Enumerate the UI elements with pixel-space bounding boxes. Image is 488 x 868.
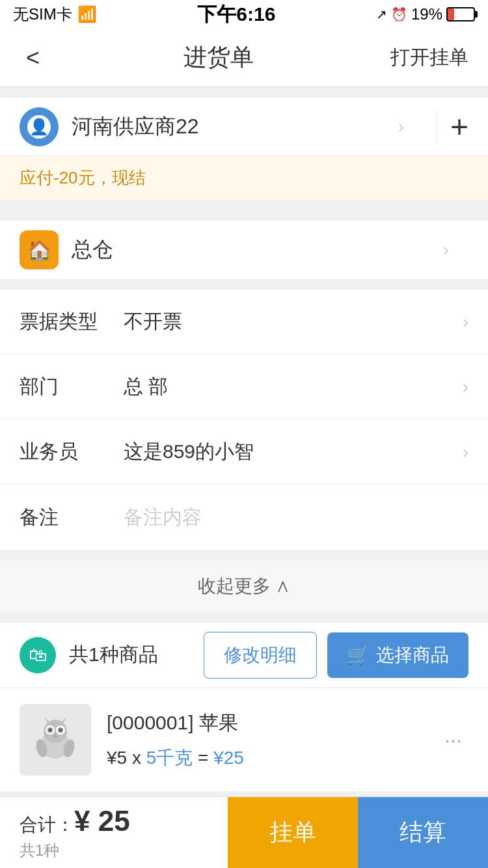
department-chevron: › (463, 377, 468, 398)
battery-text: 19% (411, 5, 442, 23)
salesperson-label: 业务员 (20, 439, 111, 465)
supplier-section: 👤 河南供应商22 › + (0, 98, 488, 156)
department-value: 总 部 (111, 373, 463, 400)
hang-button[interactable]: 挂单 (228, 797, 358, 869)
warehouse-icon: 🏠 (20, 230, 59, 269)
carrier-text: 无SIM卡 (13, 4, 72, 25)
remark-label: 备注 (20, 504, 111, 531)
salesperson-chevron: › (463, 442, 468, 463)
open-pending-button[interactable]: 打开挂单 (390, 44, 468, 71)
warehouse-chevron: › (443, 239, 449, 260)
salesperson-row[interactable]: 业务员 这是859的小智 › (0, 420, 488, 485)
svg-marker-10 (60, 717, 66, 724)
svg-marker-9 (44, 717, 51, 724)
collapse-button[interactable]: 收起更多 ∧ (0, 560, 488, 612)
salesperson-value: 这是859的小智 (111, 439, 463, 465)
shopping-bag-icon: 🛍 (29, 644, 47, 666)
product-info: [0000001] 苹果 ¥5 x 5千克 = ¥25 (107, 710, 438, 770)
product-id: [0000001] (107, 712, 199, 733)
invoice-type-row[interactable]: 票据类型 不开票 › (0, 290, 488, 355)
equals-sign: = (198, 748, 213, 768)
total-amount: ¥ 25 (74, 805, 130, 837)
warehouse-section[interactable]: 🏠 总仓 › (0, 221, 488, 279)
warehouse-name: 总仓 (72, 236, 443, 264)
product-count-icon: 🛍 (20, 637, 56, 673)
checkout-label: 结算 (400, 817, 446, 848)
product-more-button[interactable]: ··· (438, 722, 468, 759)
product-title: 苹果 (199, 712, 238, 733)
form-section: 票据类型 不开票 › 部门 总 部 › 业务员 这是859的小智 › 备注 备注… (0, 290, 488, 550)
page-title: 进货单 (183, 42, 254, 74)
supplier-avatar: 👤 (20, 107, 59, 146)
nav-bar: < 进货单 打开挂单 (0, 29, 488, 87)
person-icon: 👤 (29, 118, 49, 136)
divider-2 (0, 200, 488, 210)
edit-detail-button[interactable]: 修改明细 (204, 632, 317, 679)
remark-row[interactable]: 备注 备注内容 (0, 485, 488, 550)
total-section: 合计： ¥ 25 共1种 (0, 805, 228, 861)
location-icon: ↗ (376, 7, 387, 22)
total-count: 共1种 (20, 840, 208, 861)
invoice-type-label: 票据类型 (20, 308, 111, 335)
wifi-icon: 📶 (77, 5, 97, 23)
supplier-chevron: › (398, 116, 404, 137)
product-item: [0000001] 苹果 ¥5 x 5千克 = ¥25 ··· (0, 688, 488, 791)
total-price: ¥25 (213, 748, 244, 768)
product-count-label: 共1种商品 (69, 642, 204, 668)
invoice-type-value: 不开票 (111, 308, 463, 335)
status-carrier: 无SIM卡 📶 (13, 4, 97, 25)
owl-logo-svg (33, 717, 78, 763)
divider-vertical (437, 111, 437, 143)
notice-text: 应付-20元，现结 (20, 168, 146, 187)
invoice-type-chevron: › (463, 312, 468, 332)
quantity-value: 5千克 (146, 748, 193, 768)
department-label: 部门 (20, 373, 111, 400)
checkout-button[interactable]: 结算 (358, 797, 488, 869)
svg-point-7 (59, 729, 62, 731)
back-button[interactable]: < (20, 38, 46, 78)
select-product-label: 选择商品 (376, 643, 449, 668)
divider-1 (0, 87, 488, 98)
cart-icon: 🛒 (347, 644, 370, 666)
unit-price: ¥5 x (107, 748, 146, 768)
alarm-icon: ⏰ (391, 7, 407, 22)
bottom-bar: 合计： ¥ 25 共1种 挂单 结算 (0, 796, 488, 868)
product-thumbnail (20, 704, 91, 776)
total-label: 合计： (20, 813, 74, 837)
status-time: 下午6:16 (197, 1, 275, 28)
status-right: ↗ ⏰ 19% (376, 5, 475, 23)
product-header: 🛍 共1种商品 修改明细 🛒 选择商品 (0, 623, 488, 688)
battery-icon (446, 7, 475, 21)
status-bar: 无SIM卡 📶 下午6:16 ↗ ⏰ 19% (0, 0, 488, 29)
svg-point-4 (49, 729, 51, 731)
product-name: [0000001] 苹果 (107, 710, 438, 737)
add-supplier-button[interactable]: + (450, 111, 468, 142)
collapse-label: 收起更多 ∧ (198, 574, 291, 599)
notice-banner: 应付-20元，现结 (0, 156, 488, 200)
remark-placeholder: 备注内容 (111, 504, 468, 531)
hang-label: 挂单 (269, 817, 316, 848)
product-price: ¥5 x 5千克 = ¥25 (107, 746, 438, 770)
department-row[interactable]: 部门 总 部 › (0, 355, 488, 420)
supplier-name[interactable]: 河南供应商22 (72, 113, 398, 141)
select-product-button[interactable]: 🛒 选择商品 (327, 632, 468, 678)
